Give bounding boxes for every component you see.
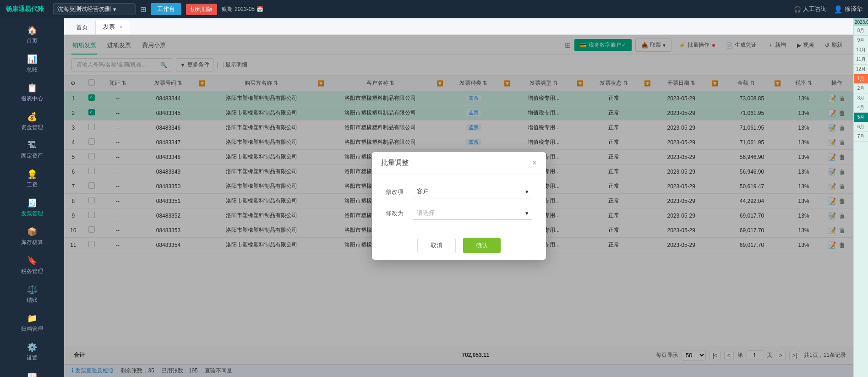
inventory-icon: 📦 bbox=[27, 227, 37, 237]
sidebar-item-inventory[interactable]: 📦 库存核算 bbox=[0, 222, 64, 251]
sidebar-item-label: 结账 bbox=[27, 296, 38, 304]
tab-close-icon[interactable]: × bbox=[120, 24, 122, 30]
confirm-button[interactable]: 确认 bbox=[463, 238, 501, 253]
sidebar-item-label: 归档管理 bbox=[21, 325, 43, 333]
sidebar-item-label: 发票管理 bbox=[21, 210, 43, 218]
sidebar-item-invoice[interactable]: 🧾 发票管理 bbox=[0, 193, 64, 222]
sidebar-item-home[interactable]: 🏠 首页 bbox=[0, 21, 64, 49]
cal-month-12[interactable]: 12月 bbox=[854, 65, 868, 74]
sidebar-item-label: 资金管理 bbox=[21, 124, 43, 131]
close-books-icon: ⚖️ bbox=[27, 284, 37, 295]
main-layout: 🏠 首页 📊 总账 📋 报表中心 💰 资金管理 🏗 固定资产 👷 工资 🧾 发票… bbox=[0, 18, 868, 377]
sidebar-item-label: 总账 bbox=[27, 66, 38, 74]
service-button[interactable]: 🎧 人工咨询 bbox=[794, 5, 827, 13]
cal-month-10[interactable]: 10月 bbox=[854, 45, 868, 55]
tab-home[interactable]: 首页 bbox=[69, 21, 95, 34]
dropdown-chevron-icon: ▾ bbox=[525, 188, 529, 195]
cal-month-2[interactable]: 2月 bbox=[854, 84, 868, 93]
settings-icon: ⚙️ bbox=[27, 342, 37, 352]
cal-month-7[interactable]: 7月 bbox=[854, 132, 868, 142]
cal-month-5[interactable]: 5月 bbox=[854, 113, 868, 122]
value-label: 修改为 bbox=[386, 209, 409, 218]
field-dropdown[interactable]: 客户 ▾ bbox=[413, 185, 532, 198]
sidebar-item-settings[interactable]: ⚙️ 设置 bbox=[0, 338, 64, 366]
sidebar: 🏠 首页 📊 总账 📋 报表中心 💰 资金管理 🏗 固定资产 👷 工资 🧾 发票… bbox=[0, 18, 64, 377]
field-value: 客户 bbox=[417, 187, 429, 196]
period-label: 账期 bbox=[222, 5, 233, 13]
sidebar-item-label: 报表中心 bbox=[21, 95, 43, 103]
sidebar-item-tax[interactable]: 🔖 税务管理 bbox=[0, 251, 64, 280]
user-name-label: 徐泽华 bbox=[845, 5, 863, 13]
dropdown-chevron2-icon: ▾ bbox=[525, 210, 529, 217]
report-icon: 📋 bbox=[27, 83, 37, 93]
top-bar: 畅康通易代账 沈海英测试经营勿删 ▾ ⊞ 工作台 切到旧版 账期 2023-05… bbox=[0, 0, 868, 18]
value-dropdown[interactable]: 请选择 ▾ bbox=[413, 207, 532, 220]
value-placeholder: 请选择 bbox=[417, 209, 435, 217]
sidebar-item-salary[interactable]: 👷 工资 bbox=[0, 164, 64, 193]
batch-adjust-modal: 批量调整 × 修改项 客户 ▾ 修改为 bbox=[372, 152, 546, 260]
company-name: 沈海英测试经营勿删 bbox=[57, 5, 111, 13]
sidebar-item-label: 首页 bbox=[27, 37, 38, 45]
period-value: 2023-05 bbox=[235, 6, 255, 12]
calendar-panel: 2023.0 8月 9月 10月 11月 12月 1月 2月 3月 4月 5月 … bbox=[853, 18, 868, 377]
finance-icon: 💰 bbox=[27, 112, 37, 122]
sidebar-item-label: 固定资产 bbox=[21, 152, 43, 160]
page-content: 销项发票 进项发票 费用小票 ⊞ 💳 税务数字账户✓ 📥 取票 bbox=[64, 35, 853, 377]
tab-home-label: 首页 bbox=[76, 24, 88, 31]
sidebar-item-report[interactable]: 📋 报表中心 bbox=[0, 78, 64, 107]
modal-body: 修改项 客户 ▾ 修改为 请选择 ▾ bbox=[372, 174, 546, 231]
top-bar-right: 🎧 人工咨询 👤 徐泽华 bbox=[794, 5, 863, 14]
sidebar-item-label: 工资 bbox=[27, 181, 38, 189]
cal-month-8[interactable]: 8月 bbox=[854, 26, 868, 36]
sidebar-item-guide[interactable]: 📖 新手引导 bbox=[0, 366, 64, 377]
archive-icon: 📁 bbox=[27, 313, 37, 323]
salary-icon: 👷 bbox=[27, 169, 37, 179]
invoice-icon: 🧾 bbox=[27, 198, 37, 208]
period-switch-button[interactable]: 切到旧版 bbox=[186, 4, 217, 15]
sidebar-item-ledger[interactable]: 📊 总账 bbox=[0, 49, 64, 78]
sidebar-item-archive[interactable]: 📁 归档管理 bbox=[0, 309, 64, 338]
guide-icon: 📖 bbox=[27, 371, 37, 377]
cancel-button[interactable]: 取消 bbox=[417, 238, 456, 253]
ledger-icon: 📊 bbox=[27, 54, 37, 64]
sidebar-item-finance[interactable]: 💰 资金管理 bbox=[0, 107, 64, 136]
home-icon: 🏠 bbox=[27, 25, 37, 35]
value-select-row: 修改为 请选择 ▾ bbox=[386, 207, 532, 220]
modal-footer: 取消 确认 bbox=[372, 231, 546, 260]
sidebar-item-label: 库存核算 bbox=[21, 239, 43, 246]
sidebar-item-label: 税务管理 bbox=[21, 268, 43, 275]
app-logo: 畅康通易代账 bbox=[5, 5, 44, 13]
user-avatar-icon: 👤 bbox=[834, 5, 843, 14]
modal-title: 批量调整 bbox=[381, 158, 409, 167]
field-label: 修改项 bbox=[386, 188, 409, 196]
modal-header: 批量调整 × bbox=[372, 152, 546, 174]
sidebar-item-close[interactable]: ⚖️ 结账 bbox=[0, 280, 64, 309]
tab-invoice[interactable]: 发票 × bbox=[95, 20, 130, 34]
tab-bar: 首页 发票 × bbox=[64, 18, 853, 35]
company-icon[interactable]: ⊞ bbox=[140, 5, 146, 14]
company-selector[interactable]: 沈海英测试经营勿删 ▾ bbox=[53, 3, 136, 15]
cal-month-3[interactable]: 3月 bbox=[854, 93, 868, 103]
tax-icon: 🔖 bbox=[27, 256, 37, 266]
field-select-row: 修改项 客户 ▾ bbox=[386, 185, 532, 198]
sidebar-item-assets[interactable]: 🏗 固定资产 bbox=[0, 136, 64, 164]
cal-year: 2023.0 bbox=[854, 18, 868, 26]
cal-month-1[interactable]: 1月 bbox=[854, 74, 868, 84]
tab-invoice-label: 发票 bbox=[103, 23, 115, 30]
cal-month-6[interactable]: 6月 bbox=[854, 122, 868, 132]
headset-icon: 🎧 bbox=[794, 6, 801, 13]
assets-icon: 🏗 bbox=[28, 141, 36, 150]
content-area: 首页 发票 × 销项发票 进项发票 费用小票 ⊞ bbox=[64, 18, 853, 377]
modal-overlay[interactable]: 批量调整 × 修改项 客户 ▾ 修改为 bbox=[64, 35, 853, 377]
period-info: 账期 2023-05 📅 bbox=[222, 5, 263, 13]
calendar-icon[interactable]: 📅 bbox=[257, 6, 263, 12]
user-menu[interactable]: 👤 徐泽华 bbox=[834, 5, 863, 14]
workbench-button[interactable]: 工作台 bbox=[151, 3, 181, 15]
sidebar-item-label: 设置 bbox=[27, 354, 38, 362]
modal-close-button[interactable]: × bbox=[532, 159, 536, 167]
company-dropdown-icon: ▾ bbox=[113, 6, 116, 13]
cal-month-11[interactable]: 11月 bbox=[854, 55, 868, 65]
cal-month-9[interactable]: 9月 bbox=[854, 36, 868, 45]
cal-month-4[interactable]: 4月 bbox=[854, 103, 868, 113]
